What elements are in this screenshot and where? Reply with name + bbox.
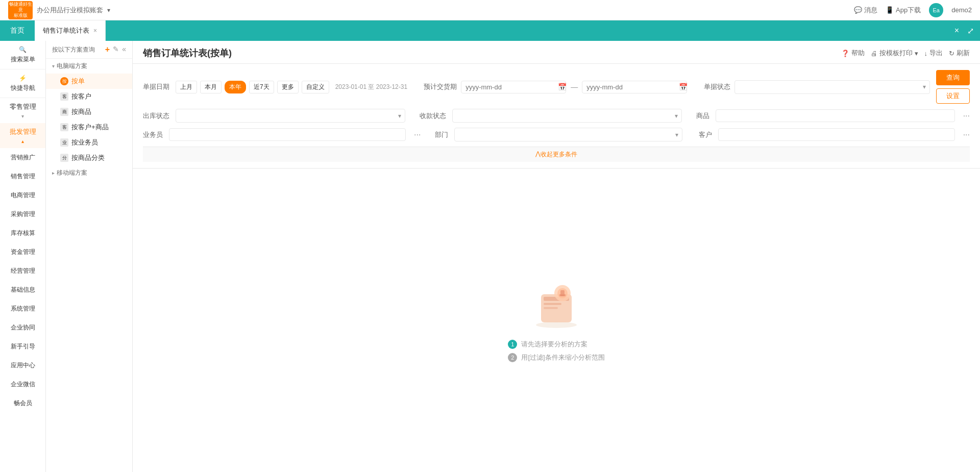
sidebar-item-marketing[interactable]: 营销推广 — [0, 148, 45, 167]
date-btn-custom[interactable]: 自定义 — [302, 81, 329, 93]
scheme-add-btn[interactable]: + — [105, 45, 110, 54]
sidebar-item-ecommerce[interactable]: 电商管理 — [0, 186, 45, 205]
sidebar-item-wholesale[interactable]: 批发管理 ▴ — [0, 123, 45, 148]
sidebar-item-system[interactable]: 系统管理 — [0, 299, 45, 318]
sidebar-item-enterprise-wechat[interactable]: 企业微信 — [0, 375, 45, 394]
salesman-more-btn[interactable]: ··· — [414, 130, 421, 139]
tab-sales-order-stats[interactable]: 销售订单统计表 × — [35, 20, 106, 41]
delivery-date-to[interactable] — [582, 81, 687, 93]
date-btn-7days[interactable]: 近7天 — [249, 81, 274, 93]
scheme-item-by-salesman[interactable]: 业 按业务员 — [46, 135, 132, 150]
help-btn[interactable]: ❓ 帮助 — [841, 49, 865, 58]
bill-status-dropdown — [734, 80, 930, 94]
scheme-section-mobile[interactable]: ▸ 移动端方案 — [46, 166, 132, 180]
export-btn[interactable]: ↓ 导出 — [924, 49, 943, 58]
date-btn-last-month[interactable]: 上月 — [176, 81, 197, 93]
sidebar-item-retail[interactable]: 零售管理 ▾ — [0, 98, 45, 123]
page-title: 销售订单统计表(按单) — [143, 47, 232, 59]
svg-rect-4 — [544, 307, 558, 309]
dept-select[interactable] — [454, 128, 682, 141]
scheme-edit-btn[interactable]: ✎ — [113, 45, 119, 54]
delivery-date-from[interactable] — [461, 81, 566, 93]
app-icon: 📱 — [886, 6, 894, 14]
date-btn-this-month[interactable]: 本月 — [200, 81, 222, 93]
help-icon: ❓ — [841, 50, 849, 57]
empty-state: 1 请先选择要分析的方案 2 用[过滤]条件来缩小分析范围 — [133, 169, 980, 472]
quick-nav-icon: ⚡ — [19, 75, 27, 82]
delivery-date-section: 预计交货期 📅 — 📅 — [424, 81, 688, 93]
print-btn[interactable]: 🖨 按模板打印 ▾ — [871, 49, 918, 58]
scheme-item-by-goods[interactable]: 商 按商品 — [46, 104, 132, 120]
delivery-status-label: 出库状态 — [143, 111, 169, 121]
sidebar-item-member[interactable]: 畅会员 — [0, 394, 45, 413]
goods-label: 商品 — [696, 111, 709, 121]
user-avatar[interactable]: Ea — [929, 3, 943, 17]
filter-row-1: 单据日期 上月 本月 本年 近7天 更多 自定义 2023-01-01 至 20… — [143, 70, 970, 104]
page-header: 销售订单统计表(按单) ❓ 帮助 🖨 按模板打印 ▾ ↓ 导出 — [133, 41, 980, 64]
sidebar-item-search[interactable]: 🔍 搜索菜单 — [0, 41, 45, 69]
sidebar-item-inventory[interactable]: 库存核算 — [0, 224, 45, 243]
empty-tips: 1 请先选择要分析的方案 2 用[过滤]条件来缩小分析范围 — [508, 340, 604, 362]
sidebar-item-sales[interactable]: 销售管理 — [0, 167, 45, 186]
bill-status-label: 单据状态 — [704, 82, 730, 91]
sidebar-item-quick-nav[interactable]: ⚡ 快捷导航 — [0, 69, 45, 98]
wholesale-arrow-icon: ▴ — [21, 138, 24, 144]
sidebar-item-newbie[interactable]: 新手引导 — [0, 337, 45, 356]
empty-tip-2: 2 用[过滤]条件来缩小分析范围 — [508, 353, 604, 362]
refresh-btn[interactable]: ↻ 刷新 — [949, 49, 970, 58]
scheme-item-by-customer-icon: 客 — [60, 92, 68, 101]
date-filter-group: 上月 本月 本年 近7天 更多 自定义 — [176, 81, 329, 93]
scheme-item-by-customer-goods[interactable]: 客 按客户+商品 — [46, 120, 132, 135]
bill-status-section: 单据状态 — [704, 80, 930, 94]
scheme-item-by-bill[interactable]: 按 按单 — [46, 74, 132, 89]
collapse-filter-btn[interactable]: ⋀ 收起更多条件 — [143, 147, 970, 162]
tab-minimize-btn[interactable]: × — [952, 24, 961, 37]
logo: 畅捷通好生意 标准版 — [8, 1, 33, 19]
query-btn[interactable]: 查询 — [936, 70, 970, 85]
sidebar-item-operation[interactable]: 经营管理 — [0, 262, 45, 280]
scheme-collapse-btn[interactable]: « — [122, 45, 126, 54]
sidebar-item-enterprise[interactable]: 企业协同 — [0, 318, 45, 337]
topbar: 畅捷通好生意 标准版 办公用品行业模拟账套 ▾ 💬 消息 📱 App下载 Ea … — [0, 0, 980, 20]
company-dropdown[interactable]: ▾ — [107, 7, 110, 14]
user-name[interactable]: demo2 — [951, 6, 972, 14]
customer-input[interactable] — [718, 128, 955, 141]
scheme-item-by-goods-icon: 商 — [60, 108, 68, 116]
goods-input[interactable] — [716, 109, 954, 122]
sidebar-item-app-center[interactable]: 应用中心 — [0, 356, 45, 375]
payment-status-select[interactable] — [452, 109, 682, 123]
date-btn-more[interactable]: 更多 — [277, 81, 299, 93]
delivery-status-dropdown — [176, 109, 405, 123]
scheme-item-by-salesman-icon: 业 — [60, 138, 68, 147]
scheme-section-pc[interactable]: ▾ 电脑端方案 — [46, 59, 132, 74]
calendar-to-icon: 📅 — [679, 83, 688, 91]
scheme-section-mobile-arrow: ▸ — [52, 170, 55, 176]
scheme-item-by-category[interactable]: 分 按商品分类 — [46, 150, 132, 166]
svg-rect-3 — [544, 303, 561, 305]
tab-home[interactable]: 首页 — [0, 20, 35, 41]
tab-maximize-btn[interactable]: ⤢ — [965, 24, 976, 38]
date-divider: — — [571, 83, 578, 91]
filter-row-2: 出库状态 收款状态 商品 ··· — [143, 109, 970, 123]
sidebar-item-basic-info[interactable]: 基础信息 — [0, 280, 45, 299]
tabbar: 首页 销售订单统计表 × × ⤢ — [0, 20, 980, 41]
date-btn-this-year[interactable]: 本年 — [225, 81, 246, 93]
bill-status-select[interactable] — [734, 80, 930, 94]
sidebar: 🔍 搜索菜单 ⚡ 快捷导航 零售管理 ▾ 批发管理 ▴ 营销推广 销售管理 电商… — [0, 41, 46, 472]
settings-btn[interactable]: 设置 — [936, 88, 970, 104]
retail-arrow-icon: ▾ — [21, 113, 24, 119]
goods-more-btn[interactable]: ··· — [963, 111, 970, 121]
app-download-btn[interactable]: 📱 App下载 — [886, 6, 921, 15]
scheme-item-by-customer-goods-icon: 客 — [60, 123, 68, 131]
logo-text: 畅捷通好生意 — [8, 2, 33, 13]
tab-close-btn[interactable]: × — [93, 27, 97, 34]
sidebar-item-purchase[interactable]: 采购管理 — [0, 205, 45, 224]
customer-more-btn[interactable]: ··· — [963, 130, 970, 139]
sidebar-item-finance[interactable]: 资金管理 — [0, 243, 45, 262]
delivery-status-select[interactable] — [176, 109, 405, 123]
scheme-item-by-customer[interactable]: 客 按客户 — [46, 89, 132, 104]
scheme-item-by-category-icon: 分 — [60, 154, 68, 162]
page-header-actions: ❓ 帮助 🖨 按模板打印 ▾ ↓ 导出 ↻ 刷新 — [841, 49, 970, 58]
salesman-input[interactable] — [169, 128, 406, 141]
message-btn[interactable]: 💬 消息 — [854, 6, 877, 15]
